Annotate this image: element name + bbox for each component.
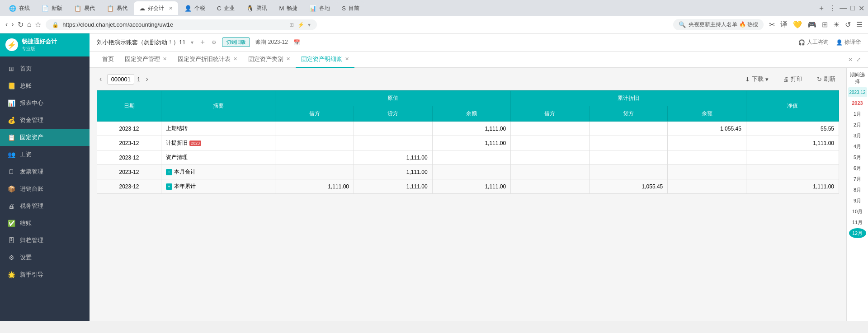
browser-tab-t1[interactable]: 🌐在线 xyxy=(4,1,35,15)
sidebar-item-home[interactable]: ⊞首页 xyxy=(0,60,90,77)
close-tab-fixed-mgmt[interactable]: ✕ xyxy=(163,56,167,62)
browser-tab-t8[interactable]: 🐧腾讯 xyxy=(241,1,273,15)
sidebar-item-settle[interactable]: ✅结账 xyxy=(0,215,90,232)
close-tab-fixed-dep[interactable]: ✕ xyxy=(233,56,237,62)
print-btn[interactable]: 🖨 打印 xyxy=(779,73,806,85)
th-orig-debit: 借方 xyxy=(275,106,354,122)
browser-tab-t6[interactable]: 👤个税 xyxy=(179,1,211,15)
browser-tab-t3[interactable]: 📋易代 xyxy=(69,1,100,15)
wallet-icon[interactable]: 💛 xyxy=(793,20,802,29)
page-input[interactable]: 000001 xyxy=(107,74,134,84)
period-month-1月[interactable]: 1月 xyxy=(849,109,866,119)
app-name: 畅捷通好会计 xyxy=(22,38,57,46)
forward-btn[interactable]: › xyxy=(11,20,14,29)
browser-tab-t11[interactable]: S目前 xyxy=(336,1,365,15)
dropdown-icon[interactable]: ▾ xyxy=(308,22,311,28)
scissors-icon[interactable]: ✂ xyxy=(769,20,775,29)
page-tab-fixed-dep[interactable]: 固定资产折旧统计表 ✕ xyxy=(172,52,243,68)
page-tab-fixed-cat[interactable]: 固定资产类别 ✕ xyxy=(243,52,296,68)
period-month-12月[interactable]: 12月 xyxy=(849,228,866,238)
brightness-icon[interactable]: ☀ xyxy=(833,20,840,29)
home-browser-btn[interactable]: ⌂ xyxy=(27,20,32,29)
print-icon: 🖨 xyxy=(783,76,789,83)
sidebar-item-guide[interactable]: 🌟新手引导 xyxy=(0,266,90,283)
cell-orig-debit xyxy=(275,150,354,165)
app-sub: 专业版 xyxy=(22,46,57,52)
game-icon[interactable]: 🎮 xyxy=(807,20,816,29)
sidebar-item-archive[interactable]: 🗄归档管理 xyxy=(0,232,90,249)
url-text: https://cloud.chanjet.com/accounting/uw1… xyxy=(62,21,286,28)
period-year-label[interactable]: 2023 xyxy=(849,98,866,108)
add-account-btn[interactable]: ＋ xyxy=(199,38,206,47)
close-window-btn[interactable]: ✕ xyxy=(859,4,864,13)
period-month-11月[interactable]: 11月 xyxy=(849,217,866,227)
period-edit-icon[interactable]: 📅 xyxy=(293,39,300,46)
refresh-btn[interactable]: ↻ 刷新 xyxy=(813,73,839,85)
page-tab-fixed-mgmt[interactable]: 固定资产管理 ✕ xyxy=(119,52,172,68)
period-selected-year[interactable]: 2023.12 xyxy=(848,87,867,97)
period-month-9月[interactable]: 9月 xyxy=(849,196,866,206)
prev-page-btn[interactable]: ‹ xyxy=(97,74,104,84)
account-dropdown-icon[interactable]: ▾ xyxy=(191,39,193,46)
browser-tab-t7[interactable]: C企业 xyxy=(212,1,240,15)
browser-tab-t9[interactable]: M畅捷 xyxy=(274,1,303,15)
new-tab-btn[interactable]: ＋ xyxy=(818,4,825,13)
sidebar-item-settings[interactable]: ⚙设置 xyxy=(0,249,90,266)
cell-dep-debit xyxy=(511,122,590,136)
support-btn[interactable]: 🎧 人工咨询 xyxy=(798,38,829,46)
period-month-6月[interactable]: 6月 xyxy=(849,163,866,173)
cell-orig-balance: 1,111.00 xyxy=(432,179,511,194)
nav-icon-ledger: 📒 xyxy=(7,82,15,90)
close-tab-fixed-cat[interactable]: ✕ xyxy=(286,56,290,62)
close-all-tabs-btn[interactable]: ✕ xyxy=(848,56,853,63)
extension-icon: ⊞ xyxy=(289,22,294,28)
reload-btn[interactable]: ↻ xyxy=(18,20,24,29)
download-btn[interactable]: ⬇ 下载 ▾ xyxy=(741,73,772,85)
close-tab-fixed-ledger[interactable]: ✕ xyxy=(345,56,349,62)
search-box[interactable]: 🔍 央视更新主持人名单 🔥 热搜 xyxy=(673,19,764,30)
browser-tab-t5[interactable]: ☁好会计✕ xyxy=(134,1,178,15)
translate-icon[interactable]: 译 xyxy=(780,20,788,29)
period-month-4月[interactable]: 4月 xyxy=(849,141,866,151)
sidebar-item-invoice[interactable]: 🗒发票管理 xyxy=(0,163,90,180)
download-dropdown-icon[interactable]: ▾ xyxy=(765,76,769,83)
period-month-3月[interactable]: 3月 xyxy=(849,131,866,141)
page-tab-home[interactable]: 首页 xyxy=(97,52,119,68)
sidebar-item-stock[interactable]: 📦进销台账 xyxy=(0,180,90,197)
settings-icon[interactable]: ⚙ xyxy=(212,39,217,46)
next-page-btn[interactable]: › xyxy=(143,74,151,84)
browser-tab-t4[interactable]: 📋易代 xyxy=(101,1,133,15)
cell-net-value: 1,111.00 xyxy=(746,136,839,150)
browser-tab-t2[interactable]: 📄新版 xyxy=(36,1,68,15)
page-tab-fixed-ledger[interactable]: 固定资产明细账 ✕ xyxy=(296,52,354,68)
maximize-btn[interactable]: □ xyxy=(850,4,855,12)
minimize-btn[interactable]: — xyxy=(840,4,847,12)
tab-settings-btn[interactable]: ⋮ xyxy=(829,4,836,13)
sidebar-item-fixed[interactable]: 📋固定资产 xyxy=(0,129,90,146)
user-btn[interactable]: 👤 徐译华 xyxy=(836,38,861,46)
back-btn[interactable]: ‹ xyxy=(5,20,8,29)
cell-orig-credit: 1,111.00 xyxy=(354,165,433,179)
history-icon[interactable]: ↺ xyxy=(845,20,851,29)
period-month-2月[interactable]: 2月 xyxy=(849,120,866,130)
cell-dep-credit xyxy=(589,136,668,150)
sidebar-item-ledger[interactable]: 📒总账 xyxy=(0,77,90,94)
sidebar-item-fund[interactable]: 💰资金管理 xyxy=(0,112,90,129)
sidebar-item-tax[interactable]: 🖨税务管理 xyxy=(0,197,90,215)
sidebar-item-payroll[interactable]: 👥工资 xyxy=(0,146,90,163)
cell-net-value xyxy=(746,150,839,165)
table-row: 2023-12 上期结转 1,111.00 1,055.45 55.55 xyxy=(97,122,839,136)
bookmark-btn[interactable]: ☆ xyxy=(35,20,41,29)
period-month-8月[interactable]: 8月 xyxy=(849,185,866,195)
expand-tabs-btn[interactable]: ⤢ xyxy=(856,56,861,63)
menu-icon[interactable]: ☰ xyxy=(856,20,863,29)
period-month-10月[interactable]: 10月 xyxy=(849,206,866,216)
browser-tab-t10[interactable]: 📊各地 xyxy=(304,1,335,15)
switch-version-btn[interactable]: 切到旧版 xyxy=(222,38,250,47)
cell-dep-balance: 1,055.45 xyxy=(668,122,746,136)
period-month-7月[interactable]: 7月 xyxy=(849,174,866,184)
grid-icon[interactable]: ⊞ xyxy=(822,20,828,29)
url-bar[interactable]: 🔒 https://cloud.chanjet.com/accounting/u… xyxy=(46,19,317,30)
sidebar-item-report[interactable]: 📊报表中心 xyxy=(0,94,90,112)
period-month-5月[interactable]: 5月 xyxy=(849,152,866,162)
